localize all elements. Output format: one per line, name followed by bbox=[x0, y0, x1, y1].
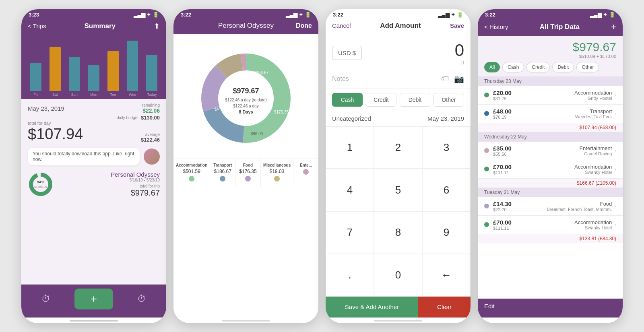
svg-text:$122.46 a day (to date): $122.46 a day (to date) bbox=[225, 98, 266, 102]
p1-trip-name: Personal Odyssey bbox=[59, 171, 160, 178]
tx-amount: £70.00 bbox=[493, 219, 574, 226]
numpad-key[interactable]: 5 bbox=[374, 169, 422, 211]
tx-category: Transport bbox=[575, 108, 612, 114]
payment-type-btn[interactable]: Other bbox=[433, 93, 464, 107]
p4-plus-btn[interactable]: + bbox=[611, 22, 616, 32]
p1-notification: You should totally download this app. Li… bbox=[21, 145, 166, 169]
numpad-key[interactable]: 2 bbox=[374, 126, 422, 169]
cat-dot bbox=[189, 176, 194, 181]
p4-filter-row: AllCashCreditDebitOther bbox=[478, 62, 623, 76]
p4-edit-label[interactable]: Edit bbox=[484, 303, 495, 309]
p4-nav: < History All Trip Data + bbox=[478, 19, 623, 36]
p1-footer: ⏱ + ⏱ bbox=[21, 285, 166, 318]
section-header: Wednesday 22 May bbox=[478, 132, 623, 142]
filter-btn[interactable]: Debit bbox=[552, 62, 574, 72]
chevron-right-icon: › bbox=[614, 147, 616, 154]
bar-group: Mon bbox=[85, 65, 102, 97]
p1-trip-row[interactable]: 94% $1,040.00 Personal Odyssey 5/16/19 -… bbox=[21, 169, 166, 200]
bar bbox=[50, 47, 61, 91]
signal-1: ▂▄▆ ✦ 🔋 bbox=[134, 12, 159, 18]
category-item[interactable]: Miscellaneous $19.03 bbox=[261, 159, 293, 187]
numpad-key[interactable]: . bbox=[326, 254, 374, 297]
numpad-key[interactable]: 6 bbox=[422, 169, 471, 211]
table-row[interactable]: £70.00 $111.11 Accommodation Swanky Hote… bbox=[478, 216, 623, 234]
table-row[interactable]: £14.30 $22.70 Food Breakfast. French Toa… bbox=[478, 197, 623, 216]
category-item[interactable]: Ente... bbox=[293, 159, 318, 187]
tx-amount: £14.30 bbox=[493, 200, 547, 207]
p3-currency-selector[interactable]: USD $ bbox=[332, 46, 362, 60]
filter-btn[interactable]: Cash bbox=[502, 62, 524, 72]
numpad-key[interactable]: 0 bbox=[374, 254, 422, 297]
p1-share-icon[interactable]: ⬆ bbox=[154, 22, 160, 31]
category-item[interactable]: Transport $186.67 bbox=[210, 159, 235, 187]
table-row[interactable]: £48.00 $76.19 Transport Weirdest Taxi Ev… bbox=[478, 105, 623, 123]
cat-dot bbox=[220, 176, 225, 181]
numpad-key[interactable]: 1 bbox=[326, 126, 374, 169]
p1-bar-chart: FriSatSunMonTueWedToday bbox=[21, 35, 166, 99]
payment-type-btn[interactable]: Credit bbox=[366, 93, 396, 107]
bar bbox=[88, 65, 99, 91]
p3-date[interactable]: May 23, 2019 bbox=[427, 115, 464, 122]
p3-cancel-btn[interactable]: Cancel bbox=[332, 22, 351, 29]
p3-camera-icon[interactable]: 📷 bbox=[454, 74, 464, 84]
p3-clear-btn[interactable]: Clear bbox=[418, 297, 471, 318]
p4-back-btn[interactable]: < History bbox=[484, 23, 508, 30]
numpad-key[interactable]: ← bbox=[422, 254, 471, 297]
numpad-key[interactable]: 3 bbox=[422, 126, 471, 169]
p2-home-indicator bbox=[222, 320, 270, 322]
chevron-right-icon: › bbox=[614, 203, 616, 209]
p1-budget-row: daily budget $130.00 bbox=[28, 115, 160, 121]
p1-remaining-label: remaining bbox=[142, 103, 160, 107]
p3-notes-area[interactable]: Notes 🏷 📷 bbox=[326, 69, 471, 89]
p3-category[interactable]: Uncategorized bbox=[332, 115, 371, 122]
tx-left: £70.00 $111.11 bbox=[493, 219, 574, 231]
p4-edit-bar[interactable]: Edit bbox=[478, 299, 623, 318]
p4-total-val: $979.67 bbox=[484, 40, 616, 54]
p3-notes-label: Notes bbox=[332, 75, 349, 82]
chevron-right-icon: › bbox=[614, 92, 616, 98]
cat-val: $501.59 bbox=[176, 169, 207, 174]
tx-amount: £35.00 bbox=[493, 145, 579, 152]
p3-bottom-buttons: Save & Add Another Clear bbox=[326, 297, 471, 318]
category-item[interactable]: Accommodation $501.59 bbox=[173, 159, 210, 187]
p3-amount-area: USD $ 0 0 bbox=[326, 34, 471, 69]
filter-btn[interactable]: All bbox=[484, 62, 500, 72]
p1-total-row: total for day $107.94 average $122.46 bbox=[28, 121, 160, 143]
tx-sub: $22.70 bbox=[493, 207, 547, 212]
tx-left: £48.00 $76.19 bbox=[493, 108, 575, 120]
p3-save-btn[interactable]: Save bbox=[450, 22, 464, 29]
p1-add-button[interactable]: + bbox=[74, 289, 113, 309]
numpad-key[interactable]: 9 bbox=[422, 211, 471, 254]
p1-timer-right-icon[interactable]: ⏱ bbox=[137, 294, 146, 304]
p2-categories: Accommodation $501.59 Transport $186.67 … bbox=[173, 159, 318, 187]
table-row[interactable]: £20.00 $31.75 Accommodation Gritty Hoste… bbox=[478, 86, 623, 105]
payment-type-btn[interactable]: Debit bbox=[400, 93, 430, 107]
numpad-key[interactable]: 4 bbox=[326, 169, 374, 211]
p3-save-add-btn[interactable]: Save & Add Another bbox=[326, 297, 418, 318]
chevron-right-icon: › bbox=[614, 110, 616, 117]
table-row[interactable]: £35.00 $55.56 Entertainment Camel Racing… bbox=[478, 142, 623, 160]
p2-title: Personal Odyssey bbox=[218, 22, 274, 30]
p3-tag-icon[interactable]: 🏷 bbox=[441, 74, 449, 84]
filter-btn[interactable]: Other bbox=[576, 62, 599, 72]
category-item[interactable]: Food $176.35 bbox=[235, 159, 261, 187]
phone-4: 3:22 ▂▄▆ ✦ 🔋 < History All Trip Data + $… bbox=[478, 9, 623, 323]
time-4: 3:22 bbox=[485, 12, 495, 18]
table-row[interactable]: £70.00 $111.11 Accommodation Swanky Hote… bbox=[478, 160, 623, 179]
p1-total-label: total for day bbox=[28, 121, 83, 126]
svg-text:94%: 94% bbox=[37, 180, 44, 184]
p1-back-btn[interactable]: < Trips bbox=[28, 23, 46, 29]
tx-sub: $31.75 bbox=[493, 96, 574, 101]
tx-category: Accommodation bbox=[574, 219, 612, 225]
numpad-key[interactable]: 7 bbox=[326, 211, 374, 254]
filter-btn[interactable]: Credit bbox=[526, 62, 550, 72]
p2-done-btn[interactable]: Done bbox=[296, 22, 312, 29]
p1-timer-left-icon[interactable]: ⏱ bbox=[41, 294, 50, 304]
p4-title: All Trip Data bbox=[540, 23, 580, 31]
payment-type-btn[interactable]: Cash bbox=[332, 93, 363, 107]
tx-dot bbox=[484, 111, 489, 116]
numpad-key[interactable]: 8 bbox=[374, 211, 422, 254]
p1-avg-label: average bbox=[141, 132, 160, 137]
tx-amount: £70.00 bbox=[493, 163, 574, 170]
section-subtotal: $166.67 (£105.00) bbox=[478, 179, 623, 188]
